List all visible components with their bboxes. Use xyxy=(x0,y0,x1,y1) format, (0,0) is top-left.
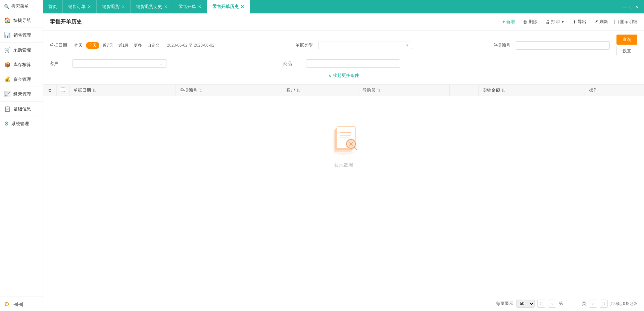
sys-icon: ⚙ xyxy=(4,120,9,127)
col-no[interactable]: 单据编号 ⇅ xyxy=(176,85,282,96)
new-button[interactable]: ＋ + 新增 xyxy=(495,17,517,26)
col-checkbox[interactable] xyxy=(57,85,69,96)
col-customer-sort-icon[interactable]: ⇅ xyxy=(296,88,300,93)
table-header-row: ⚙ 单据日期 ⇅ 单据编号 xyxy=(43,85,644,96)
col-customer[interactable]: 客户 ⇅ xyxy=(282,85,358,96)
prev-page-btn[interactable]: ＜ xyxy=(548,300,556,308)
tab-retail-open-history-close[interactable]: ✕ xyxy=(241,5,244,9)
doc-type-select[interactable]: ▼ xyxy=(318,42,412,49)
delete-button[interactable]: 🗑 删除 xyxy=(521,17,539,26)
settings-button[interactable]: 设置 xyxy=(616,46,637,56)
doc-no-input[interactable] xyxy=(516,41,610,50)
tab-retail-open-label: 零售开单 xyxy=(179,4,196,10)
sidebar-item-sys-mgmt[interactable]: ⚙ 系统管理 xyxy=(0,116,43,131)
tab-sales-order-label: 销售订单 xyxy=(68,4,86,10)
tab-sales-order[interactable]: 销售订单 ✕ xyxy=(63,0,97,13)
col-date-sort-icon[interactable]: ⇅ xyxy=(92,88,96,93)
tab-retail-open[interactable]: 零售开单 ✕ xyxy=(173,0,207,13)
col-no-label: 单据编号 xyxy=(180,87,197,93)
home-icon: 🏠 xyxy=(4,17,11,23)
doc-type-label: 单据类型 xyxy=(295,42,314,48)
goods-dots-icon[interactable]: ... xyxy=(393,61,397,66)
tab-retail-open-history[interactable]: 零售开单历史 ✕ xyxy=(207,0,250,13)
show-detail-checkbox[interactable]: 显示明细 xyxy=(614,19,637,25)
sidebar-item-sales-mgmt[interactable]: 📊 销售管理 xyxy=(0,28,43,43)
per-page-select[interactable]: 50 10 20 100 xyxy=(516,300,535,308)
more-btn[interactable]: 更多 xyxy=(132,42,144,49)
empty-text: 暂无数据 xyxy=(334,162,353,168)
date-filter-label: 单据日期 xyxy=(50,42,68,48)
collapse-label: 收起更多条件 xyxy=(333,72,359,79)
next-page-btn[interactable]: ＞ xyxy=(589,300,597,308)
goods-input[interactable]: ... xyxy=(306,59,400,68)
first-page-btn[interactable]: ⟨⟨ xyxy=(537,300,545,308)
date-range-display: 2023-06-02 至 2023-06-02 xyxy=(167,43,214,48)
col-no-sort-icon[interactable]: ⇅ xyxy=(199,88,202,93)
empty-row: 暂无数据 xyxy=(43,96,644,182)
inventory-icon: 📦 xyxy=(4,61,11,68)
tab-bar: 首页 销售订单 ✕ 销货退货 ✕ 销货退货历史 ✕ 零售开单 ✕ 零售开单历史 … xyxy=(43,0,644,13)
customer-dots-icon[interactable]: ... xyxy=(160,61,163,66)
refresh-button[interactable]: ↺ 刷新 xyxy=(592,17,610,26)
col-middle-spacer xyxy=(450,85,479,96)
pagination: 每页显示 50 10 20 100 ⟨⟨ ＜ 第 1 页 ＞ ⟩⟩ 共0页, 0… xyxy=(43,296,644,311)
table-settings-icon[interactable]: ⚙ xyxy=(48,88,52,93)
table-container: ⚙ 单据日期 ⇅ 单据编号 xyxy=(43,84,644,296)
col-amount-label: 实销金额 xyxy=(483,87,500,93)
window-minimize-icon[interactable]: — xyxy=(623,4,627,9)
sidebar-item-inventory[interactable]: 📦 库存核算 xyxy=(0,57,43,72)
sidebar-item-operations[interactable]: 📈 经营管理 xyxy=(0,87,43,102)
sidebar-search[interactable]: 🔍 搜索采单 xyxy=(0,0,43,13)
collapse-sidebar-icon[interactable]: ◀◀ xyxy=(13,300,23,308)
tab-sales-return-history-label: 销货退货历史 xyxy=(136,4,162,10)
last-month-btn[interactable]: 近1月 xyxy=(116,42,131,49)
content-area: 零售开单历史 ＋ + 新增 🗑 删除 🖨 打印 ▼ ⬆ 导出 xyxy=(43,13,644,311)
sidebar-item-label: 基础信息 xyxy=(13,106,31,112)
new-label: + 新增 xyxy=(502,19,515,25)
tab-sales-order-close[interactable]: ✕ xyxy=(88,5,91,9)
main-area: 首页 销售订单 ✕ 销货退货 ✕ 销货退货历史 ✕ 零售开单 ✕ 零售开单历史 … xyxy=(43,0,644,311)
today-btn[interactable]: 今天 xyxy=(86,42,99,49)
tab-sales-return-close[interactable]: ✕ xyxy=(121,5,125,9)
tab-sales-return-history-close[interactable]: ✕ xyxy=(164,5,167,9)
custom-btn[interactable]: 自定义 xyxy=(145,42,161,49)
last-page-btn[interactable]: ⟩⟩ xyxy=(600,300,608,308)
empty-icon xyxy=(327,123,360,157)
col-amount[interactable]: 实销金额 ⇅ xyxy=(479,85,585,96)
query-button[interactable]: 查询 xyxy=(616,35,637,45)
filter-area: 单据日期 昨天 今天 近7天 近1月 更多 自定义 2023-06-02 至 2… xyxy=(43,31,644,84)
col-date[interactable]: 单据日期 ⇅ xyxy=(69,85,176,96)
sidebar-item-label: 资金管理 xyxy=(13,76,31,83)
sidebar: 🔍 搜索采单 🏠 快捷导航 📊 销售管理 🛒 采购管理 📦 库存核算 💰 资金管… xyxy=(0,0,43,311)
last7-btn[interactable]: 近7天 xyxy=(101,42,115,49)
col-settings[interactable]: ⚙ xyxy=(43,85,57,96)
col-salesperson[interactable]: 导购员 ⇅ xyxy=(358,85,450,96)
tab-sales-return-history[interactable]: 销货退货历史 ✕ xyxy=(131,0,173,13)
col-salesperson-sort-icon[interactable]: ⇅ xyxy=(377,88,381,93)
export-button[interactable]: ⬆ 导出 xyxy=(571,17,588,26)
window-close-icon[interactable]: ✕ xyxy=(635,4,639,9)
new-icon: ＋ xyxy=(497,19,501,25)
sidebar-item-purchase-mgmt[interactable]: 🛒 采购管理 xyxy=(0,43,43,57)
settings-bottom-icon[interactable]: ⚙ xyxy=(4,300,9,308)
tab-sales-return[interactable]: 销货退货 ✕ xyxy=(97,0,131,13)
sidebar-item-quick-nav[interactable]: 🏠 快捷导航 xyxy=(0,13,43,28)
customer-input[interactable]: ... xyxy=(72,59,166,68)
doc-type-arrow-icon: ▼ xyxy=(405,43,409,47)
collapse-btn[interactable]: ∧ 收起更多条件 xyxy=(50,71,637,80)
col-action: 操作 xyxy=(585,85,644,96)
window-maximize-icon[interactable]: □ xyxy=(630,4,632,9)
sales-icon: 📊 xyxy=(4,32,11,38)
select-all-checkbox[interactable] xyxy=(61,88,65,92)
yesterday-btn[interactable]: 昨天 xyxy=(72,42,85,49)
tab-retail-open-close[interactable]: ✕ xyxy=(198,5,201,9)
print-icon: 🖨 xyxy=(545,19,550,24)
col-amount-sort-icon[interactable]: ⇅ xyxy=(501,88,505,93)
sidebar-item-finance[interactable]: 💰 资金管理 xyxy=(0,72,43,87)
tab-home[interactable]: 首页 xyxy=(43,0,63,13)
print-button[interactable]: 🖨 打印 ▼ xyxy=(543,17,566,26)
sidebar-item-basic-info[interactable]: 📋 基础信息 xyxy=(0,102,43,116)
show-detail-input[interactable] xyxy=(614,20,618,24)
page-input[interactable]: 1 xyxy=(566,300,579,307)
data-table: ⚙ 单据日期 ⇅ 单据编号 xyxy=(43,84,644,182)
